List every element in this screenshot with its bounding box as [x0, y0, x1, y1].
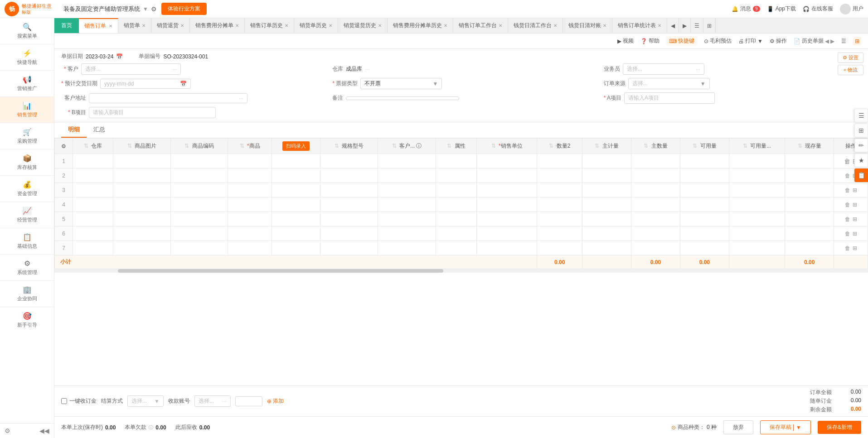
amount-input[interactable]	[235, 396, 262, 406]
notification-area[interactable]: 🔔 消息 9	[732, 5, 760, 13]
copy-icon-5[interactable]: ⊞	[853, 216, 857, 222]
tab-fee-history-close[interactable]: ✕	[444, 23, 447, 28]
tab-daily-workbench[interactable]: 钱货日清工作台 ✕	[508, 18, 563, 34]
grid-view-icon[interactable]: ⊞	[853, 37, 861, 45]
tab-fee-split-close[interactable]: ✕	[235, 23, 239, 28]
print-btn[interactable]: 🖨 打印 ▼	[738, 37, 763, 45]
invoice-select[interactable]: 不开票 ▼	[360, 78, 442, 89]
cell-qty2-1[interactable]	[537, 154, 582, 168]
tab-menu-btn[interactable]: ☰	[691, 18, 703, 34]
cell-code-1[interactable]	[170, 154, 228, 168]
save-draft-button[interactable]: 保存草稿 ▼	[760, 420, 811, 434]
sidebar-item-navigation[interactable]: ⚡ 快捷导航	[0, 44, 54, 71]
tab-sales-sheet-close[interactable]: ✕	[142, 23, 145, 28]
copy-icon-4[interactable]: ⊞	[853, 202, 857, 208]
address-input[interactable]: ···	[89, 93, 247, 103]
delete-icon-1[interactable]: 🗑	[844, 158, 850, 165]
view-btn[interactable]: ▶ 视频	[617, 37, 634, 45]
col-unit[interactable]: ⇅ *销售单位	[476, 139, 537, 154]
sidebar-item-inventory[interactable]: 📦 库存核算	[0, 149, 54, 176]
sidebar-collapse-icon[interactable]: ◀◀	[39, 427, 49, 434]
shortcut-btn[interactable]: ⌨ 快捷键	[666, 36, 697, 46]
tab-prev-btn[interactable]: ◀	[667, 18, 679, 34]
sidebar-item-marketing[interactable]: 📢 营销推广	[0, 71, 54, 97]
tab-fee-split[interactable]: 销售费用分摊单 ✕	[190, 18, 245, 34]
col-image[interactable]: ⇅ 商品图片	[113, 139, 171, 154]
tab-sales-order[interactable]: 销售订单 ✕	[79, 18, 118, 34]
tab-close-icon[interactable]: ✕	[109, 24, 112, 29]
tab-workbench[interactable]: 销售订单工作台 ✕	[453, 18, 508, 34]
list-view-icon[interactable]: ☰	[841, 38, 846, 44]
history-nav-next[interactable]: ▶	[830, 38, 834, 44]
float-btn-4[interactable]: ★	[854, 154, 868, 167]
col-scan[interactable]: 扫码录入	[272, 139, 320, 154]
delete-icon-2[interactable]: 🗑	[845, 173, 850, 179]
settings-button[interactable]: ⚙ 设置	[838, 53, 863, 63]
tab-daily-workbench-close[interactable]: ✕	[553, 23, 557, 28]
sidebar-item-guide[interactable]: 🎯 新手引导	[0, 307, 54, 333]
tab-maximize-btn[interactable]: ⊞	[703, 18, 716, 34]
cell-mainunit-1[interactable]	[582, 154, 631, 168]
cell-avail-1[interactable]	[680, 154, 729, 168]
order-source-input[interactable]: 选择... ▼	[628, 78, 710, 89]
cell-avail2-1[interactable]	[729, 154, 785, 168]
tab-sales-return-close[interactable]: ✕	[180, 23, 184, 28]
online-service[interactable]: 🎧 在线客服	[803, 5, 833, 13]
help-btn[interactable]: ❓ 帮助	[640, 37, 659, 45]
col-stock[interactable]: ⇅ 现存量	[785, 139, 834, 154]
profit-btn[interactable]: ⊙ 毛利预估	[704, 37, 732, 45]
cell-warehouse-1[interactable]	[73, 154, 113, 168]
float-btn-5[interactable]: 📋	[854, 168, 868, 182]
tab-fee-history[interactable]: 销售费用分摊单历史 ✕	[388, 18, 453, 34]
col-available[interactable]: ⇅ 可用量	[680, 139, 729, 154]
tab-daily-reconcile-close[interactable]: ✕	[603, 23, 606, 28]
customer-input[interactable]: 选择... ···	[81, 63, 181, 75]
table-scrollbar[interactable]	[54, 269, 868, 273]
float-btn-3[interactable]: ✏	[854, 139, 868, 152]
cell-spec-1[interactable]	[320, 154, 378, 168]
account-select[interactable]: 选择... ···	[194, 395, 231, 407]
sidebar-item-purchase[interactable]: 🛒 采购管理	[0, 123, 54, 149]
detail-tab-summary[interactable]: 汇总	[87, 122, 112, 138]
copy-icon-6[interactable]: ⊞	[853, 231, 857, 237]
delete-icon-6[interactable]: 🗑	[845, 231, 850, 237]
save-draft-dropdown-icon[interactable]: ▼	[793, 424, 801, 431]
staff-input[interactable]: 选择... ···	[623, 63, 704, 75]
tab-sheet-history-close[interactable]: ✕	[329, 23, 332, 28]
delivery-input[interactable]: yyyy-mm-dd 📅	[100, 79, 191, 89]
calendar-icon[interactable]: 📅	[116, 53, 123, 60]
tab-sales-return[interactable]: 销货退货 ✕	[151, 18, 190, 34]
tab-return-history-close[interactable]: ✕	[378, 23, 382, 28]
tab-order-history-close[interactable]: ✕	[285, 23, 288, 28]
one-click-label[interactable]: 一键收订金	[69, 397, 97, 405]
float-btn-1[interactable]: ☰	[854, 109, 868, 122]
sidebar-item-management[interactable]: 📈 经营管理	[0, 202, 54, 228]
settings-gear-icon[interactable]: ⚙	[151, 5, 157, 13]
detail-tab-detail[interactable]: 明细	[61, 122, 87, 138]
sidebar-item-enterprise[interactable]: 🏢 企业协同	[0, 281, 54, 307]
system-dropdown-icon[interactable]: ▼	[143, 6, 148, 12]
add-material-button[interactable]: + 物流	[838, 65, 863, 75]
save-new-button[interactable]: 保存&新增	[818, 421, 861, 434]
scan-button[interactable]: 扫码录入	[282, 141, 310, 151]
operation-btn[interactable]: ⚙ 操作	[770, 37, 787, 45]
sidebar-item-system[interactable]: ⚙ 系统管理	[0, 255, 54, 281]
b-project-input[interactable]: 请输入B项目	[89, 107, 216, 118]
cell-unit-1[interactable]	[476, 154, 537, 168]
history-nav-prev[interactable]: ◀	[825, 38, 829, 44]
tab-sales-sheet[interactable]: 销货单 ✕	[118, 18, 151, 34]
col-spec[interactable]: ⇅ 规格型号	[320, 139, 378, 154]
tab-workbench-close[interactable]: ✕	[499, 23, 502, 28]
tab-next-btn[interactable]: ▶	[679, 18, 691, 34]
cell-image-1[interactable]	[113, 154, 171, 168]
trial-button[interactable]: 体验行业方案	[161, 3, 207, 15]
col-available2[interactable]: ⇅ 可用量...	[729, 139, 785, 154]
col-main-qty[interactable]: ⇅ 主数量	[631, 139, 680, 154]
col-customer-code[interactable]: ⇅ 客户... ⓘ	[378, 139, 436, 154]
col-attribute[interactable]: ⇅ 属性	[436, 139, 476, 154]
discard-button[interactable]: 放弃	[723, 420, 753, 434]
cell-mainqty-1[interactable]	[631, 154, 680, 168]
sidebar-item-finance[interactable]: 💰 资金管理	[0, 176, 54, 202]
tab-daily-reconcile[interactable]: 钱货日清对账 ✕	[563, 18, 612, 34]
tab-sheet-history[interactable]: 销货单历史 ✕	[294, 18, 338, 34]
